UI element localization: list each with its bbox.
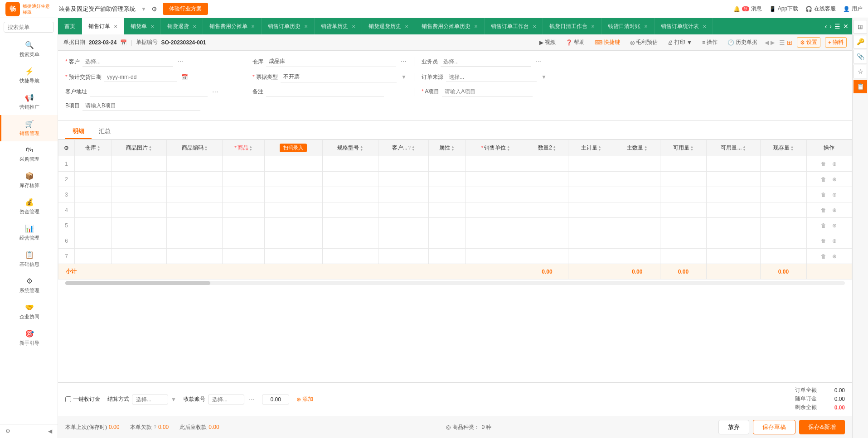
row-product[interactable] — [223, 156, 264, 172]
calendar-icon[interactable]: 📅 — [120, 39, 127, 46]
app-download-area[interactable]: 📱 App下载 — [769, 5, 798, 13]
salesperson-input[interactable] — [441, 57, 531, 67]
copy-icon[interactable]: ⊕ — [830, 175, 839, 184]
close-icon[interactable]: ✕ — [352, 24, 355, 29]
user-area[interactable]: 👤 用户 — [843, 5, 863, 13]
th-available[interactable]: 可用量▲▼ — [660, 140, 707, 156]
row-current-stock[interactable] — [761, 172, 807, 187]
tab-detail[interactable]: 明细 — [65, 125, 92, 139]
system-settings-icon[interactable]: ⚙ — [150, 5, 159, 14]
delete-icon[interactable]: 🗑 — [819, 175, 828, 184]
tab-sales-invoice[interactable]: 销货单 ✕ — [124, 18, 161, 34]
a-project-input[interactable] — [442, 87, 533, 96]
row-product-code[interactable] — [167, 156, 223, 172]
th-current-stock[interactable]: 现存量▲▼ — [761, 140, 807, 156]
online-service-area[interactable]: 🎧 在线客服 — [805, 5, 836, 13]
one-click-deposit-checkbox[interactable]: 一键收订金 — [65, 395, 100, 403]
th-product-code[interactable]: 商品编码▲▼ — [167, 140, 223, 156]
close-icon[interactable]: ✕ — [150, 24, 154, 29]
row-warehouse[interactable] — [75, 172, 112, 187]
order-source-input[interactable] — [446, 72, 537, 82]
chevron-down-icon[interactable]: ▼ — [141, 6, 146, 12]
th-settings[interactable]: ⚙ — [58, 140, 75, 156]
th-spec[interactable]: 规格型号▲▼ — [322, 140, 378, 156]
th-product[interactable]: * 商品▲▼ — [223, 140, 264, 156]
list-view-icon[interactable]: ☰ — [779, 39, 785, 46]
shortcut-btn[interactable]: ⌨ 快捷键 — [592, 38, 623, 47]
row-warehouse[interactable] — [75, 187, 112, 202]
b-project-input[interactable] — [82, 101, 200, 111]
account-input[interactable] — [208, 395, 244, 404]
row-main-qty[interactable] — [614, 172, 660, 187]
th-sales-unit[interactable]: * 销售单位▲▼ — [465, 140, 526, 156]
close-icon[interactable]: ✕ — [703, 24, 706, 29]
close-icon[interactable]: ✕ — [644, 24, 648, 29]
delete-icon[interactable]: 🗑 — [819, 236, 828, 245]
tab-sales-stats[interactable]: 销售订单统计表 ✕ — [655, 18, 713, 34]
close-icon[interactable]: ✕ — [405, 24, 408, 29]
right-icon-1[interactable]: ⊞ — [853, 20, 867, 34]
row-current-stock[interactable] — [761, 156, 807, 172]
question-icon[interactable]: ? — [408, 145, 411, 150]
th-main-unit[interactable]: 主计量▲▼ — [568, 140, 614, 156]
op-btn[interactable]: ≡ 操作 — [699, 38, 720, 47]
close-icon[interactable]: ✕ — [304, 24, 308, 29]
warehouse-dots-icon[interactable]: ··· — [401, 58, 407, 66]
close-icon[interactable]: ✕ — [533, 24, 536, 29]
profit-btn[interactable]: ◎ 毛利预估 — [627, 38, 660, 47]
row-product[interactable] — [223, 172, 264, 187]
tab-expense-history[interactable]: 销售费用分摊单历史 ✕ — [415, 18, 485, 34]
view-btn[interactable]: ▶ 视频 — [537, 38, 558, 47]
row-available2[interactable] — [706, 172, 760, 187]
row-sales-unit[interactable] — [465, 172, 526, 187]
row-main-unit[interactable] — [568, 156, 614, 172]
sidebar-item-system[interactable]: ⚙ 系统管理 — [0, 272, 58, 298]
sidebar-settings-icon[interactable]: ⚙ — [5, 428, 10, 434]
row-product-img[interactable] — [111, 156, 167, 172]
row-attributes[interactable] — [429, 172, 466, 187]
history-btn[interactable]: 🕐 历史单据 — [725, 38, 760, 47]
row-spec[interactable] — [322, 172, 378, 187]
delivery-date-input[interactable] — [104, 72, 177, 82]
horizontal-scrollbar[interactable] — [65, 281, 845, 285]
add-material-btn[interactable]: + 物料 — [825, 37, 847, 48]
th-warehouse[interactable]: 仓库▲▼ — [75, 140, 112, 156]
save-draft-button[interactable]: 保存草稿 — [753, 420, 795, 434]
sidebar-item-quicknav[interactable]: ⚡ 快捷导航 — [0, 63, 58, 89]
delete-icon[interactable]: 🗑 — [819, 159, 828, 168]
address-input[interactable] — [90, 87, 208, 96]
row-product-img[interactable] — [111, 172, 167, 187]
nav-next-icon[interactable]: › — [829, 23, 832, 30]
row-product-code[interactable] — [167, 172, 223, 187]
print-btn[interactable]: 🖨 打印 ▼ — [665, 38, 695, 47]
right-icon-3[interactable]: 📎 — [853, 50, 867, 63]
row-warehouse[interactable] — [75, 156, 112, 172]
sidebar-item-sales[interactable]: 🛒 销售管理 — [0, 115, 58, 141]
chevron-down-icon[interactable]: ▼ — [687, 39, 692, 46]
sidebar-item-collab[interactable]: 🤝 企业协同 — [0, 298, 58, 325]
tab-invoice-history[interactable]: 销货单历史 ✕ — [315, 18, 362, 34]
customer-dots-icon[interactable]: ··· — [178, 58, 184, 66]
sidebar-item-operations[interactable]: 📊 经营管理 — [0, 220, 58, 246]
th-customer-code[interactable]: 客户...?▲▼ — [378, 140, 429, 156]
chevron-down-icon[interactable]: ▼ — [171, 396, 176, 403]
th-attributes[interactable]: 属性▲▼ — [429, 140, 466, 156]
row-spec[interactable] — [322, 156, 378, 172]
row-qty2[interactable] — [526, 172, 568, 187]
row-customer-code[interactable] — [378, 172, 429, 187]
deposit-checkbox-input[interactable] — [65, 396, 71, 402]
settings-btn[interactable]: ⚙ 设置 — [797, 37, 820, 48]
delete-icon[interactable]: 🗑 — [819, 206, 828, 215]
scan-button[interactable]: 扫码录入 — [280, 144, 307, 152]
address-dots-icon[interactable]: ··· — [212, 88, 218, 96]
salesperson-dots-icon[interactable]: ··· — [536, 58, 542, 66]
copy-icon[interactable]: ⊕ — [830, 206, 839, 215]
scrollbar-thumb[interactable] — [65, 281, 210, 285]
grid-view-icon[interactable]: ⊞ — [787, 39, 792, 46]
nav-close-icon[interactable]: ✕ — [843, 23, 849, 30]
sidebar-item-finance[interactable]: 💰 资金管理 — [0, 193, 58, 220]
close-icon[interactable]: ✕ — [251, 24, 255, 29]
sidebar-item-inventory[interactable]: 📦 库存核算 — [0, 167, 58, 193]
nav-menu-icon[interactable]: ☰ — [834, 23, 840, 30]
right-icon-4[interactable]: ☆ — [853, 65, 867, 78]
